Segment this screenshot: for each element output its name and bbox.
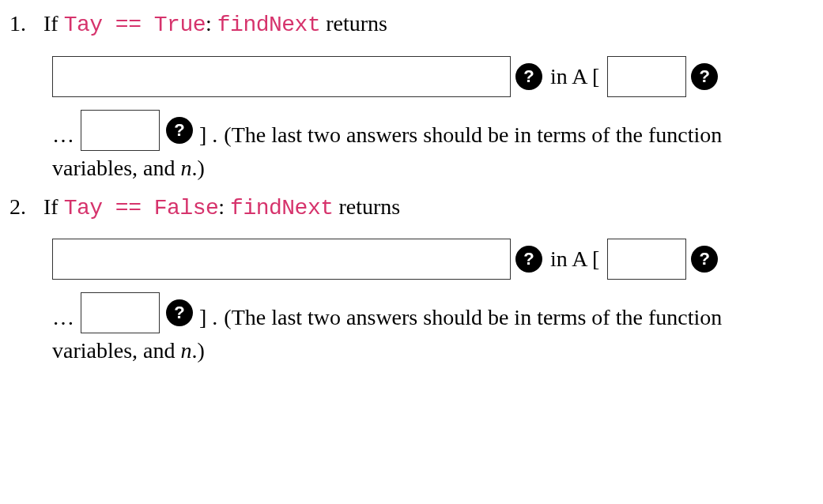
question-item-2: 2. If Tay == False: findNext returns ? i… xyxy=(9,190,814,370)
note-start: (The last two answers should be in terms… xyxy=(224,122,722,148)
returns-word: returns xyxy=(320,11,387,36)
note-end: variables, and xyxy=(52,338,181,363)
func-name: findNext xyxy=(230,196,333,220)
input-row-2a: ? in A [ ? xyxy=(52,239,814,280)
note-start: (The last two answers should be in terms… xyxy=(224,305,722,330)
question-item-1: 1. If Tay == True: findNext returns ? in… xyxy=(9,6,814,186)
answer-input-2-index-end[interactable] xyxy=(81,292,160,333)
help-icon[interactable]: ? xyxy=(166,117,193,144)
in-a-text: in A [ xyxy=(550,246,599,272)
answer-input-2-main[interactable] xyxy=(52,239,511,280)
colon: : xyxy=(206,11,217,36)
help-icon[interactable]: ? xyxy=(691,246,718,273)
in-a-text: in A [ xyxy=(550,64,599,89)
prompt-line-2: 2. If Tay == False: findNext returns xyxy=(9,190,814,227)
note-end: variables, and xyxy=(52,156,181,180)
note-close: .) xyxy=(192,338,205,363)
cont-row-1: … ? ] . (The last two answers should be … xyxy=(52,110,814,151)
help-icon[interactable]: ? xyxy=(166,299,193,326)
returns-word: returns xyxy=(334,194,401,219)
note-line-1: variables, and n.) xyxy=(52,151,814,186)
colon: : xyxy=(218,194,230,219)
ellipsis: … xyxy=(52,122,74,148)
cont-row-2: … ? ] . (The last two answers should be … xyxy=(52,292,814,333)
if-word: If xyxy=(43,194,64,219)
prompt-line-1: 1. If Tay == True: findNext returns xyxy=(9,6,814,43)
condition-code: Tay == True xyxy=(64,13,206,37)
item-number: 1. xyxy=(9,6,38,42)
help-icon[interactable]: ? xyxy=(515,246,542,273)
answer-input-1-main[interactable] xyxy=(52,56,511,97)
note-line-2: variables, and n.) xyxy=(52,333,814,369)
answer-input-1-index-end[interactable] xyxy=(81,110,160,151)
condition-code: Tay == False xyxy=(64,196,219,220)
answer-input-2-index-start[interactable] xyxy=(607,239,686,280)
close-bracket: ] . xyxy=(199,305,217,330)
func-name: findNext xyxy=(217,13,320,37)
n-var: n xyxy=(181,156,192,180)
if-word: If xyxy=(43,11,64,36)
note-close: .) xyxy=(192,156,205,180)
input-row-1a: ? in A [ ? xyxy=(52,56,814,97)
n-var: n xyxy=(181,338,192,363)
close-bracket: ] . xyxy=(199,122,217,148)
help-icon[interactable]: ? xyxy=(515,63,542,90)
answer-input-1-index-start[interactable] xyxy=(607,56,686,97)
item-number: 2. xyxy=(9,190,38,225)
help-icon[interactable]: ? xyxy=(691,63,718,90)
ellipsis: … xyxy=(52,305,74,330)
